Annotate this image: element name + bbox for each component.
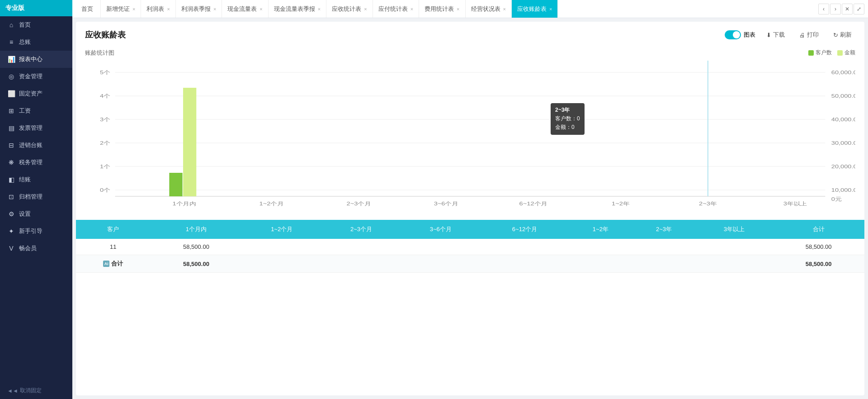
tab-cashflow[interactable]: 现金流量表 × bbox=[222, 0, 268, 18]
legend-amount-dot bbox=[837, 50, 843, 56]
cell-m1: 58,500.00 bbox=[151, 239, 242, 255]
tab-expense-close[interactable]: × bbox=[457, 6, 459, 12]
tab-ap-stat-close[interactable]: × bbox=[410, 6, 413, 12]
capital-icon: ◎ bbox=[7, 73, 15, 80]
total-y2-3 bbox=[632, 255, 695, 273]
sidebar-item-archive[interactable]: ⊡ 归档管理 bbox=[0, 188, 72, 205]
tab-voucher[interactable]: 新增凭证 × bbox=[101, 0, 141, 18]
tab-ap-stat-label: 应付统计表 bbox=[378, 5, 408, 13]
tab-ar-aging-close[interactable]: × bbox=[549, 6, 552, 12]
tab-bar: 首页 新增凭证 × 利润表 × 利润表季报 × 现金流量表 × 现金流量表季报 … bbox=[72, 0, 868, 18]
col-y2-3: 2~3年 bbox=[632, 220, 695, 239]
print-label: 打印 bbox=[807, 31, 819, 39]
tab-ar-stat-close[interactable]: × bbox=[364, 6, 367, 12]
total-label-text: 合计 bbox=[111, 260, 123, 268]
table-header-row: 客户 1个月内 1~2个月 2~3个月 3~6个月 6~12个月 1~2年 2~… bbox=[76, 220, 864, 239]
main-area: 首页 新增凭证 × 利润表 × 利润表季报 × 现金流量表 × 现金流量表季报 … bbox=[72, 0, 868, 399]
total-m1: 58,500.00 bbox=[151, 255, 242, 273]
tab-profit-q-close[interactable]: × bbox=[213, 6, 216, 12]
cell-total: 58,500.00 bbox=[773, 239, 864, 255]
tab-close-all[interactable]: ✕ bbox=[842, 4, 853, 14]
svg-text:5个: 5个 bbox=[100, 70, 110, 76]
sidebar-label-capital: 资金管理 bbox=[19, 72, 42, 81]
tab-ar-aging[interactable]: 应收账龄表 × bbox=[512, 0, 558, 18]
unpin-icon: ◄◄ bbox=[7, 388, 18, 394]
svg-text:3个: 3个 bbox=[100, 117, 110, 123]
tab-scroll-right[interactable]: › bbox=[830, 4, 841, 14]
tab-expense[interactable]: 费用统计表 × bbox=[419, 0, 465, 18]
refresh-icon: ↻ bbox=[833, 32, 838, 38]
sidebar-item-capital[interactable]: ◎ 资金管理 bbox=[0, 68, 72, 85]
tab-cashflow-q[interactable]: 现金流量表季报 × bbox=[269, 0, 326, 18]
print-button[interactable]: 🖨 打印 bbox=[796, 29, 822, 41]
total-m3-6 bbox=[401, 255, 481, 273]
chart-toggle[interactable] bbox=[725, 30, 741, 39]
svg-text:1个月内: 1个月内 bbox=[173, 201, 196, 207]
sidebar-item-invoice[interactable]: ▤ 发票管理 bbox=[0, 119, 72, 137]
tab-profit-label: 利润表 bbox=[146, 5, 164, 13]
svg-text:10,000.00元: 10,000.00元 bbox=[831, 187, 855, 193]
sidebar-unpin-button[interactable]: ◄◄ 取消固定 bbox=[0, 382, 72, 399]
tab-expense-label: 费用统计表 bbox=[425, 5, 454, 13]
tab-profit[interactable]: 利润表 × bbox=[141, 0, 175, 18]
table-row: 11 58,500.00 58,500.00 bbox=[76, 239, 864, 255]
sidebar-item-report[interactable]: 📊 报表中心 bbox=[0, 51, 72, 68]
legend-amount-label: 金额 bbox=[844, 49, 855, 57]
cell-m2-3 bbox=[321, 239, 401, 255]
sidebar-label-assets: 固定资产 bbox=[19, 90, 42, 98]
sidebar-item-guide[interactable]: ✦ 新手引导 bbox=[0, 223, 72, 240]
tab-biz-status[interactable]: 经营状况表 × bbox=[466, 0, 512, 18]
sidebar-item-home[interactable]: ⌂ 首页 bbox=[0, 16, 72, 33]
download-icon: ⬇ bbox=[766, 32, 771, 38]
col-m3-6: 3~6个月 bbox=[401, 220, 481, 239]
sidebar-item-vip[interactable]: V 畅会员 bbox=[0, 240, 72, 257]
refresh-button[interactable]: ↻ 刷新 bbox=[830, 29, 855, 41]
svg-text:6~12个月: 6~12个月 bbox=[519, 201, 547, 207]
tab-cashflow-q-close[interactable]: × bbox=[318, 6, 321, 12]
tab-voucher-close[interactable]: × bbox=[132, 6, 135, 12]
tab-controls: ‹ › ✕ ⤢ bbox=[818, 4, 866, 14]
cell-customer: 11 bbox=[76, 239, 151, 255]
svg-text:20,000.00元: 20,000.00元 bbox=[831, 164, 855, 170]
sidebar-label-ledger: 总账 bbox=[19, 38, 31, 46]
cell-m6-12 bbox=[481, 239, 569, 255]
cell-y2-3 bbox=[632, 239, 695, 255]
tab-profit-q[interactable]: 利润表季报 × bbox=[176, 0, 222, 18]
bar-amount-1 bbox=[183, 88, 196, 196]
tab-ap-stat[interactable]: 应付统计表 × bbox=[373, 0, 419, 18]
cell-y1-2 bbox=[569, 239, 632, 255]
chart-toggle-wrap: 图表 bbox=[725, 30, 755, 39]
total-y1-2 bbox=[569, 255, 632, 273]
vip-icon: V bbox=[7, 245, 15, 252]
sidebar-item-assets[interactable]: ⬜ 固定资产 bbox=[0, 85, 72, 102]
total-m6-12 bbox=[481, 255, 569, 273]
inventory-icon: ⊟ bbox=[7, 142, 15, 149]
settings-icon: ⚙ bbox=[7, 210, 15, 218]
chart-container: 账龄统计图 客户数 金额 5个 4个 3个 2个 bbox=[76, 44, 864, 216]
tab-biz-status-close[interactable]: × bbox=[503, 6, 506, 12]
tab-profit-close[interactable]: × bbox=[167, 6, 170, 12]
sidebar-item-tax[interactable]: ❋ 税务管理 bbox=[0, 154, 72, 171]
sidebar-item-inventory[interactable]: ⊟ 进销台账 bbox=[0, 137, 72, 154]
tab-ar-stat[interactable]: 应收统计表 × bbox=[326, 0, 373, 18]
sidebar-item-ledger[interactable]: ≡ 总账 bbox=[0, 33, 72, 51]
tab-cashflow-close[interactable]: × bbox=[259, 6, 262, 12]
sidebar-item-settings[interactable]: ⚙ 设置 bbox=[0, 205, 72, 223]
tab-expand[interactable]: ⤢ bbox=[854, 4, 864, 14]
tab-scroll-left[interactable]: ‹ bbox=[818, 4, 829, 14]
archive-icon: ⊡ bbox=[7, 193, 15, 200]
home-icon: ⌂ bbox=[7, 21, 15, 28]
cell-m1-2 bbox=[242, 239, 321, 255]
svg-text:0元: 0元 bbox=[831, 196, 842, 202]
legend-customers-dot bbox=[808, 50, 814, 56]
sidebar-item-salary[interactable]: ⊞ 工资 bbox=[0, 102, 72, 119]
download-button[interactable]: ⬇ 下载 bbox=[763, 29, 788, 41]
salary-icon: ⊞ bbox=[7, 107, 15, 114]
total-icon: Ai bbox=[103, 261, 109, 267]
tab-home[interactable]: 首页 bbox=[74, 0, 101, 18]
cell-m3-6 bbox=[401, 239, 481, 255]
sidebar-item-closing[interactable]: ◧ 结账 bbox=[0, 171, 72, 188]
header-actions: 图表 ⬇ 下载 🖨 打印 ↻ 刷新 bbox=[725, 29, 855, 41]
col-m1-2: 1~2个月 bbox=[242, 220, 321, 239]
svg-text:30,000.00元: 30,000.00元 bbox=[831, 140, 855, 146]
